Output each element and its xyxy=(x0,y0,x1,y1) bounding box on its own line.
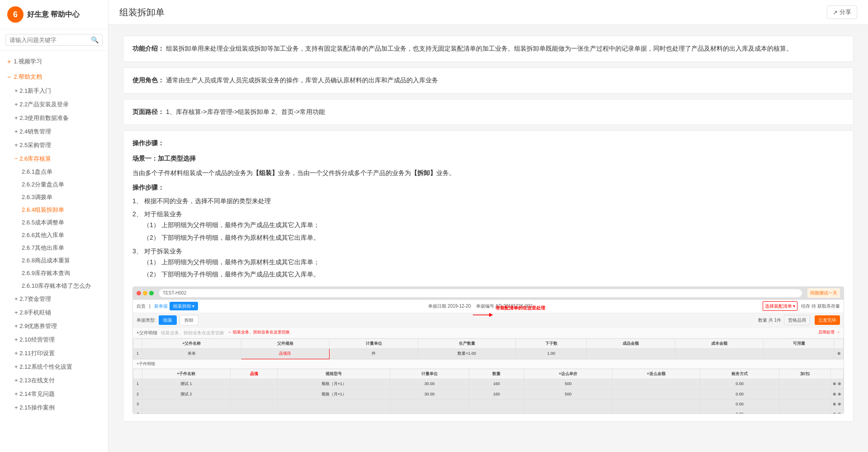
disassembly-label: 【拆卸】 xyxy=(411,169,436,176)
sidebar-item-stocktake[interactable]: 2.6.1盘点单 xyxy=(0,166,108,178)
operations-card: 操作步骤： 场景一：加工类型选择 当由多个子件材料组装成一个成品的业务为【组装】… xyxy=(123,130,854,422)
step-3-sub1: （1） 上部明细为父件明细，最终作为原材料生成其它出库单； xyxy=(143,257,844,268)
assembly-label: 【组装】 xyxy=(253,169,278,176)
plus-icon-finance: + xyxy=(14,295,18,302)
operations-title: 操作步骤： xyxy=(132,138,844,149)
sidebar-item-other-outbound[interactable]: 2.6.7其他出库单 xyxy=(0,242,108,254)
sidebar-item-faq[interactable]: + 2.14常见问题 xyxy=(0,387,108,401)
sidebar-item-coupon[interactable]: + 2.9优惠券管理 xyxy=(0,319,108,333)
sidebar-item-inventory[interactable]: − 2.6库存核算 xyxy=(0,152,108,166)
plus-icon-sales: + xyxy=(14,128,18,135)
sidebar-item-cost-adjust[interactable]: 2.6.5成本调整单 xyxy=(0,216,108,229)
sidebar-item-transfer[interactable]: 2.6.3调拨单 xyxy=(0,191,108,204)
nav-area: + 1.视频学习 − 2.帮助文档 + 2.1新手入门 + 2.2产品安装及登录 xyxy=(0,51,108,452)
sidebar-item-purchase-label: 2.5采购管理 xyxy=(19,142,51,148)
sidebar-item-assembly[interactable]: 2.6.4组装拆卸单 xyxy=(0,204,108,216)
sidebar-item-partial-stocktake[interactable]: 2.6.2分量盘点单 xyxy=(0,178,108,191)
share-button[interactable]: ↗ 分享 xyxy=(827,5,857,19)
plus-icon-custom: + xyxy=(14,363,18,370)
plus-icon-data-prep: + xyxy=(14,114,18,121)
use-role-text: 通常由生产人员或库管人员完成拆装业务的操作，库管人员确认原材料的出库和产成品的入… xyxy=(166,76,438,84)
sidebar-item-cost-recalc[interactable]: 2.6.8商品成本重算 xyxy=(0,254,108,267)
steps-sub-title: 操作步骤： xyxy=(132,182,844,193)
scene1-title: 场景一：加工类型选择 xyxy=(132,153,844,164)
plus-icon-mobile: + xyxy=(14,309,18,316)
content-area: 功能介绍： 组装拆卸单用来处理企业组装或拆卸等加工业务，支持有固定装配清单的产品… xyxy=(108,25,868,452)
page-path-label: 页面路径： xyxy=(132,108,164,115)
main-content: 组装拆卸单 ↗ 分享 功能介绍： 组装拆卸单用来处理企业组装或拆卸等加工业务，支… xyxy=(108,0,868,452)
plus-icon-beginner: + xyxy=(14,87,18,94)
step-3-sub1-mark: （1） xyxy=(143,258,160,266)
sidebar-item-cases-label: 2.15操作案例 xyxy=(19,404,54,411)
sidebar-item-faq-label: 2.14常见问题 xyxy=(19,390,54,397)
step-3-text: 对于拆装业务 xyxy=(144,247,182,255)
search-icon[interactable]: 🔍 xyxy=(91,36,99,43)
plus-icon-install: + xyxy=(14,101,18,108)
sidebar-item-mobile[interactable]: + 2.8手机旺铺 xyxy=(0,306,108,319)
logo-icon: 6 xyxy=(7,6,24,23)
step-2-num: 2、 xyxy=(132,210,142,218)
page-path-text: 1、库存核算->库存管理->组装拆卸单 2、首页->常用功能 xyxy=(166,108,325,115)
plus-icon-print: + xyxy=(14,350,18,357)
feature-intro-text: 组装拆卸单用来处理企业组装或拆卸等加工业务，支持有固定装配清单的产品加工业务，也… xyxy=(166,45,793,52)
sidebar-item-sales-label: 2.4销售管理 xyxy=(19,128,51,135)
sidebar-item-mobile-label: 2.8手机旺铺 xyxy=(19,309,51,316)
nav-sub-sub-items-inventory: 2.6.1盘点单 2.6.2分量盘点单 2.6.3调拨单 2.6.4组装拆卸单 … xyxy=(0,166,108,292)
step-2-sub1: （1） 上部明细为父件明细，最终作为产成品生成其它入库单； xyxy=(143,220,844,231)
sidebar-item-data-prep-label: 2.3使用前数据准备 xyxy=(19,114,69,121)
sidebar: 6 好生意 帮助中心 🔍 + 1.视频学习 − 2.帮助文档 + 2 xyxy=(0,0,108,452)
plus-icon-payment: + xyxy=(14,377,18,384)
step-2-sub2-mark: （2） xyxy=(143,234,160,241)
sim-screenshot: TEST-H002 同期测试一天 自贡 | 新单据 组装拆卸 ▾ 单据日期 20… xyxy=(133,287,844,414)
feature-intro-label: 功能介绍： xyxy=(132,45,164,52)
logo-area: 6 好生意 帮助中心 xyxy=(0,0,108,29)
sidebar-item-payment-label: 2.13在线支付 xyxy=(19,377,54,384)
feature-intro-card: 功能介绍： 组装拆卸单用来处理企业组装或拆卸等加工业务，支持有固定装配清单的产品… xyxy=(123,36,854,62)
sidebar-item-beginner-label: 2.1新手入门 xyxy=(19,87,51,94)
sidebar-item-cases[interactable]: + 2.15操作案例 xyxy=(0,401,108,414)
step-2-sub2: （2） 下部明细为子件明细，最终作为原材料生成其它出库单。 xyxy=(143,233,844,243)
sidebar-item-video[interactable]: + 1.视频学习 xyxy=(0,54,108,69)
sidebar-item-beginner[interactable]: + 2.1新手入门 xyxy=(0,84,108,98)
nav-section-video: + 1.视频学习 xyxy=(0,54,108,69)
logo-text: 好生意 帮助中心 xyxy=(27,10,80,19)
sidebar-item-other-inbound[interactable]: 2.6.6其他入库单 xyxy=(0,229,108,242)
plus-icon-coupon: + xyxy=(14,323,18,329)
minus-icon-inventory: − xyxy=(14,155,18,162)
annotation-bom: 有装配清单的在这里处理 xyxy=(495,304,545,312)
sidebar-item-payment[interactable]: + 2.13在线支付 xyxy=(0,374,108,387)
step-3-sub2: （2） 下部明细为子件明细，最终作为产成品生成其它入库单。 xyxy=(143,269,844,280)
sidebar-item-purchase[interactable]: + 2.5采购管理 xyxy=(0,138,108,152)
search-input[interactable] xyxy=(9,37,91,43)
step-3-sub2-mark: （2） xyxy=(143,271,160,278)
step-3-sub1-text: 上部明细为父件明细，最终作为原材料生成其它出库单； xyxy=(161,258,320,266)
share-icon: ↗ xyxy=(833,9,838,16)
step-2-sub1-mark: （1） xyxy=(143,221,160,228)
step-2-sub1-text: 上部明细为父件明细，最终作为产成品生成其它入库单； xyxy=(161,221,320,228)
sidebar-item-ledger-error[interactable]: 2.6.10库存账本错了怎么办 xyxy=(0,280,108,292)
sidebar-item-print[interactable]: + 2.11打印设置 xyxy=(0,347,108,360)
step-3: 3、 对于拆装业务 （1） 上部明细为父件明细，最终作为原材料生成其它出库单； … xyxy=(132,246,844,280)
screenshot-container: TEST-H002 同期测试一天 自贡 | 新单据 组装拆卸 ▾ 单据日期 20… xyxy=(132,286,844,414)
plus-icon-cases: + xyxy=(14,404,18,411)
use-role-card: 使用角色： 通常由生产人员或库管人员完成拆装业务的操作，库管人员确认原材料的出库… xyxy=(123,67,854,94)
sidebar-item-coupon-label: 2.9优惠券管理 xyxy=(19,323,57,329)
search-area: 🔍 xyxy=(0,29,108,51)
sidebar-item-finance[interactable]: + 2.7资金管理 xyxy=(0,292,108,306)
step-2: 2、 对于组装业务 （1） 上部明细为父件明细，最终作为产成品生成其它入库单； … xyxy=(132,209,844,243)
sidebar-item-custom-label: 2.12系统个性化设置 xyxy=(19,363,72,370)
nav-sub-items-docs: + 2.1新手入门 + 2.2产品安装及登录 + 2.3使用前数据准备 + 2.… xyxy=(0,84,108,414)
sidebar-item-print-label: 2.11打印设置 xyxy=(19,350,54,357)
sidebar-item-custom[interactable]: + 2.12系统个性化设置 xyxy=(0,360,108,374)
step-3-num: 3、 xyxy=(132,247,142,255)
sidebar-item-video-label: 1.视频学习 xyxy=(14,57,42,66)
sidebar-item-docs[interactable]: − 2.帮助文档 xyxy=(0,70,108,84)
scene1-desc: 当由多个子件材料组装成一个成品的业务为【组装】业务，当由一个父件拆分成多个子产品… xyxy=(132,168,844,179)
sidebar-item-sales[interactable]: + 2.4销售管理 xyxy=(0,125,108,138)
sidebar-item-ops[interactable]: + 2.10经营管理 xyxy=(0,333,108,347)
share-label: 分享 xyxy=(840,8,851,16)
sidebar-item-install[interactable]: + 2.2产品安装及登录 xyxy=(0,98,108,111)
sidebar-item-ledger-query[interactable]: 2.6.9库存账本查询 xyxy=(0,267,108,280)
sidebar-item-data-prep[interactable]: + 2.3使用前数据准备 xyxy=(0,111,108,125)
plus-icon-purchase: + xyxy=(14,142,18,148)
